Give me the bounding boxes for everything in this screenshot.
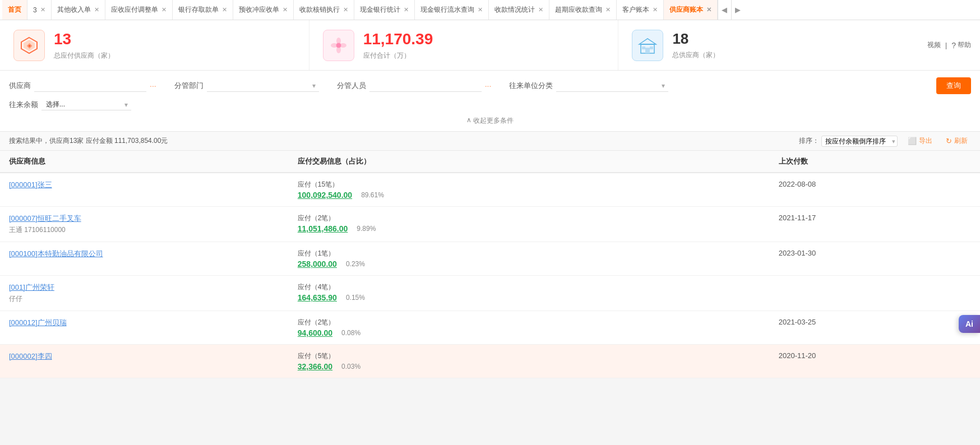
- video-link[interactable]: 视频: [927, 40, 941, 50]
- export-button[interactable]: ⬜ 导出: [904, 135, 936, 147]
- stat-item-total-payable: 11,170.39 应付合计（万）: [309, 20, 619, 70]
- supplier-link-5[interactable]: [000012]广州贝瑞: [9, 318, 67, 327]
- transaction-col-5: 应付（2笔） 94,600.00 0.08%: [298, 318, 779, 337]
- dept-filter-select[interactable]: [207, 80, 319, 92]
- nav-tab-customer-close[interactable]: ✕: [653, 6, 658, 13]
- category-filter-select[interactable]: [556, 80, 668, 92]
- sort-label-text: 排序：: [799, 136, 819, 146]
- svg-rect-11: [645, 48, 650, 53]
- nav-tab-adjust-close[interactable]: ✕: [161, 6, 167, 13]
- filter-bar: 供应商 ··· 分管部门 分管人员 ··· 往来单位分类: [0, 71, 980, 132]
- nav-tab-collectstat[interactable]: 收款情况统计 ✕: [489, 0, 549, 20]
- top-nav: 首页 3 ✕ 其他收入单 ✕ 应收应付调整单 ✕ 银行存取款单 ✕ 预收冲应收单…: [0, 0, 980, 20]
- supplier-col-6: [000002]李四: [9, 351, 298, 361]
- supplier-code-1: [000001]: [9, 180, 38, 189]
- nav-tab-adjust-label: 应收应付调整单: [111, 5, 158, 15]
- trans-amount-4[interactable]: 164,635.90: [298, 293, 337, 302]
- trans-amount-5[interactable]: 94,600.00: [298, 328, 332, 337]
- page-container: 首页 3 ✕ 其他收入单 ✕ 应收应付调整单 ✕ 银行存取款单 ✕ 预收冲应收单…: [0, 0, 980, 445]
- supplier-link-1[interactable]: [000001]张三: [9, 180, 52, 189]
- stat-icon-flower: [323, 30, 354, 61]
- nav-tab-income-close[interactable]: ✕: [94, 6, 99, 13]
- trans-amount-2[interactable]: 11,051,486.00: [298, 224, 348, 233]
- help-link[interactable]: ? 帮助: [951, 40, 971, 50]
- trans-percent-1: 89.61%: [361, 191, 384, 199]
- supplier-name-1: 张三: [38, 180, 52, 189]
- nav-tab-cashstat-label: 现金银行统计: [360, 5, 400, 15]
- trans-amount-6[interactable]: 32,366.00: [298, 362, 332, 371]
- trans-row-6: 32,366.00 0.03%: [298, 362, 779, 371]
- nav-tab-income-label: 其他收入单: [57, 5, 91, 15]
- export-icon: ⬜: [908, 137, 917, 145]
- trans-row-2: 11,051,486.00 9.89%: [298, 224, 779, 233]
- nav-tab-home[interactable]: 首页: [2, 0, 27, 20]
- nav-tab-prepay[interactable]: 预收冲应收单 ✕: [233, 0, 294, 20]
- nav-arrow-right[interactable]: ▶: [731, 0, 745, 20]
- nav-tab-prepay-close[interactable]: ✕: [283, 6, 288, 13]
- nav-tab-3[interactable]: 3 ✕: [27, 0, 52, 20]
- col-header-supplier: 供应商信息: [9, 156, 298, 166]
- svg-point-8: [336, 43, 341, 48]
- table-row: [000002]李四 应付（5笔） 32,366.00 0.03% 2020-1…: [0, 345, 980, 378]
- supplier-code-3: [000100]: [9, 249, 38, 258]
- nav-tab-collect-close[interactable]: ✕: [343, 6, 348, 13]
- person-filter-input[interactable]: [369, 80, 482, 92]
- query-button[interactable]: 查询: [936, 77, 971, 94]
- person-filter-label: 分管人员: [337, 81, 366, 91]
- export-label: 导出: [919, 136, 932, 146]
- trans-info-4: 应付（4笔） 164,635.90 0.15%: [298, 282, 779, 302]
- stat-text-total-payable: 11,170.39 应付合计（万）: [363, 30, 433, 61]
- table-row: [000001]张三 应付（15笔） 100,092,540.00 89.61%…: [0, 173, 980, 207]
- supplier-link-4[interactable]: [001]广州荣轩: [9, 283, 54, 291]
- trans-info-5: 应付（2笔） 94,600.00 0.08%: [298, 318, 779, 337]
- table-row: [000007]恒旺二手叉车 王通 17106110000 应付（2笔） 11,…: [0, 207, 980, 242]
- supplier-link-6[interactable]: [000002]李四: [9, 352, 52, 360]
- table-header: 供应商信息 应付交易信息（占比） 上次付数: [0, 151, 980, 173]
- divider: |: [945, 41, 947, 49]
- person-filter-dots[interactable]: ···: [485, 81, 492, 90]
- stat-number-payable: 13: [54, 30, 114, 49]
- nav-tab-cashstat[interactable]: 现金银行统计 ✕: [354, 0, 415, 20]
- table-row: [000012]广州贝瑞 应付（2笔） 94,600.00 0.08% 2021…: [0, 311, 980, 345]
- collapse-bar[interactable]: ∧ 收起更多条件: [9, 115, 971, 127]
- trans-amount-3[interactable]: 258,000.00: [298, 259, 337, 268]
- supplier-col-4: [001]广州荣轩 仔仔: [9, 282, 298, 304]
- nav-tab-cashflow-close[interactable]: ✕: [478, 6, 483, 13]
- nav-tab-collectstat-label: 收款情况统计: [494, 5, 535, 15]
- stats-bar: ◈ 13 总应付供应商（家） 11,170.39: [0, 20, 980, 71]
- supplier-filter-dots[interactable]: ···: [150, 81, 156, 90]
- stat-number-total: 11,170.39: [363, 30, 433, 49]
- supplier-link-2[interactable]: [000007]恒旺二手叉车: [9, 214, 81, 222]
- stat-icon-store: [632, 30, 663, 61]
- nav-tab-customer-label: 客户账本: [622, 5, 649, 15]
- nav-tab-3-label: 3: [33, 6, 37, 14]
- nav-tab-supplier[interactable]: 供应商账本 ✕: [664, 0, 718, 20]
- nav-tab-bank-close[interactable]: ✕: [222, 6, 227, 13]
- nav-tab-customer[interactable]: 客户账本 ✕: [617, 0, 664, 20]
- nav-tab-collectstat-close[interactable]: ✕: [538, 6, 543, 13]
- trans-row-5: 94,600.00 0.08%: [298, 328, 779, 337]
- nav-tab-collect[interactable]: 收款核销执行 ✕: [294, 0, 354, 20]
- result-actions: 排序： 按应付余额倒序排序按应付余额升序排序按往来名称排序 ⬜ 导出 ↻ 刷新: [799, 135, 971, 147]
- last-pay-date-2: 2021-11-17: [779, 214, 816, 222]
- nav-tab-3-close[interactable]: ✕: [40, 6, 45, 13]
- nav-tab-income[interactable]: 其他收入单 ✕: [52, 0, 105, 20]
- refresh-button[interactable]: ↻ 刷新: [942, 135, 971, 147]
- supplier-col-3: [000100]本特勤油品有限公司: [9, 249, 298, 259]
- nav-tab-cashflow[interactable]: 现金银行流水查询 ✕: [415, 0, 489, 20]
- ai-button[interactable]: Ai: [959, 315, 980, 333]
- balance-filter-select[interactable]: 选择...: [41, 99, 131, 110]
- nav-tab-bank[interactable]: 银行存取款单 ✕: [173, 0, 233, 20]
- trans-amount-1[interactable]: 100,092,540.00: [298, 191, 352, 200]
- nav-arrow-left[interactable]: ◀: [718, 0, 731, 20]
- nav-tab-cashstat-close[interactable]: ✕: [404, 6, 409, 13]
- supplier-link-3[interactable]: [000100]本特勤油品有限公司: [9, 249, 103, 258]
- nav-tab-overdue[interactable]: 超期应收款查询 ✕: [549, 0, 617, 20]
- nav-tab-adjust[interactable]: 应收应付调整单 ✕: [105, 0, 173, 20]
- sort-select[interactable]: 按应付余额倒序排序按应付余额升序排序按往来名称排序: [821, 136, 898, 147]
- nav-tab-supplier-close[interactable]: ✕: [706, 6, 711, 13]
- col-header-lastpay: 上次付数: [779, 156, 971, 166]
- nav-tab-overdue-close[interactable]: ✕: [605, 6, 611, 13]
- stat-item-payable-suppliers: ◈ 13 总应付供应商（家）: [0, 20, 309, 70]
- supplier-filter-input[interactable]: [34, 80, 146, 92]
